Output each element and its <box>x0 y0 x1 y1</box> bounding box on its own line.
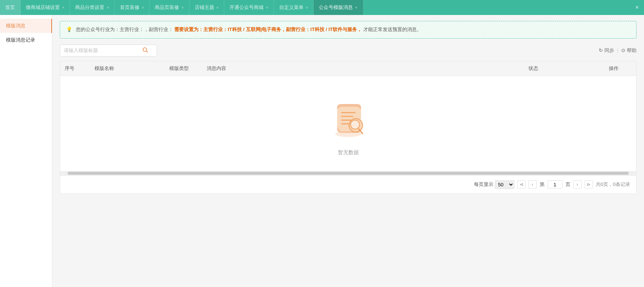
first-page-button[interactable]: ⊲ <box>517 180 526 189</box>
top-nav: 首页 微商城店铺设置 × 商品分类设置 × 首页装修 × 商品页装修 × 店铺主… <box>0 0 644 15</box>
col-header-seq: 序号 <box>60 61 90 76</box>
close-icon[interactable]: × <box>216 5 219 10</box>
tab-home-label: 首页 <box>5 4 15 11</box>
svg-line-1 <box>147 51 148 52</box>
empty-illustration <box>326 98 371 143</box>
close-all-button[interactable]: × <box>630 4 644 11</box>
page-unit: 页 <box>566 181 570 188</box>
close-icon[interactable]: × <box>306 5 308 10</box>
sync-label: 同步 <box>604 47 614 54</box>
col-header-type: 模版类型 <box>165 61 202 76</box>
last-page-button[interactable]: ⊳ <box>585 180 593 189</box>
tab-home-decor[interactable]: 首页装修 × <box>115 0 150 15</box>
tab-store-theme[interactable]: 店铺主题 × <box>189 0 224 15</box>
col-header-content: 消息内容 <box>202 61 524 76</box>
page-label: 第 <box>540 181 545 188</box>
close-icon[interactable]: × <box>62 5 64 10</box>
page-size-select[interactable]: 50 20 100 <box>495 180 514 189</box>
tab-template-msg-label: 公众号模版消息 <box>319 4 353 11</box>
search-input[interactable] <box>64 48 142 53</box>
help-label: 帮助 <box>627 47 637 54</box>
col-header-name: 模版名称 <box>90 61 165 76</box>
help-icon: ⊙ <box>621 48 625 53</box>
current-page-input[interactable] <box>548 180 563 189</box>
bulb-icon: 💡 <box>66 27 72 32</box>
tab-home[interactable]: 首页 <box>0 0 21 15</box>
close-icon[interactable]: × <box>107 5 109 10</box>
sidebar-item-template-record-label: 模版消息记录 <box>6 37 35 43</box>
horizontal-scrollbar[interactable] <box>60 171 636 175</box>
per-page-label: 每页显示 <box>474 181 493 188</box>
tab-custom-menu-label: 自定义菜单 <box>279 4 303 11</box>
info-suffix: 才能正常发送预置的消息。 <box>363 27 422 32</box>
tab-home-decor-label: 首页装修 <box>120 4 139 11</box>
tab-custom-menu[interactable]: 自定义菜单 × <box>274 0 314 15</box>
tab-store-setting-label: 微商城店铺设置 <box>26 4 60 11</box>
next-page-button[interactable]: › <box>573 180 582 189</box>
toolbar-divider: | <box>617 48 618 53</box>
toolbar-right: ↻ 同步 | ⊙ 帮助 <box>599 47 637 54</box>
content-area: 💡 您的公众号行业为：主营行业：，副营行业： 需要设置为：主营行业：IT科技 /… <box>52 15 644 287</box>
info-highlight: 需要设置为：主营行业：IT科技 / 互联网|电子商务，副营行业：IT科技 / I… <box>174 27 362 32</box>
pagination: 每页显示 50 20 100 ⊲ ‹ 第 页 › ⊳ 共0页，0条记录 <box>60 175 636 193</box>
empty-state: 暂无数据 <box>60 76 636 171</box>
close-icon[interactable]: × <box>181 5 184 10</box>
main-layout: 模版消息 模版消息记录 💡 您的公众号行业为：主营行业：，副营行业： 需要设置为… <box>0 15 644 287</box>
sidebar-item-template-message-label: 模版消息 <box>6 23 25 28</box>
sidebar: 模版消息 模版消息记录 <box>0 15 52 287</box>
data-table: 序号 模版名称 模版类型 消息内容 状态 操作 <box>60 61 637 194</box>
tab-product-category[interactable]: 商品分类设置 × <box>70 0 114 15</box>
search-input-wrap[interactable] <box>60 45 157 57</box>
info-prefix: 您的公众号行业为：主营行业：，副营行业： <box>76 27 173 32</box>
close-icon[interactable]: × <box>266 5 268 10</box>
close-icon[interactable]: × <box>142 5 144 10</box>
info-notice: 💡 您的公众号行业为：主营行业：，副营行业： 需要设置为：主营行业：IT科技 /… <box>60 21 637 39</box>
page-size-wrap: 每页显示 50 20 100 <box>474 180 514 189</box>
empty-text: 暂无数据 <box>338 149 359 156</box>
total-records: 共0页，0条记录 <box>596 181 630 188</box>
tab-open-mall-label: 开通公众号商城 <box>229 4 264 11</box>
tab-store-setting[interactable]: 微商城店铺设置 × <box>21 0 70 15</box>
tab-store-theme-label: 店铺主题 <box>195 4 214 11</box>
svg-point-8 <box>351 120 360 129</box>
sidebar-item-template-record[interactable]: 模版消息记录 <box>0 33 52 47</box>
search-icon[interactable] <box>142 47 148 54</box>
prev-page-button[interactable]: ‹ <box>529 180 537 189</box>
tab-template-msg[interactable]: 公众号模版消息 × <box>314 0 363 15</box>
sync-button[interactable]: ↻ 同步 <box>599 47 614 54</box>
tab-product-category-label: 商品分类设置 <box>75 4 104 11</box>
scrollbar-thumb[interactable] <box>68 172 629 175</box>
col-header-status: 状态 <box>524 61 591 76</box>
tab-product-decor-label: 商品页装修 <box>155 4 179 11</box>
close-icon[interactable]: × <box>355 5 357 10</box>
sync-icon: ↻ <box>599 48 603 53</box>
tab-open-mall[interactable]: 开通公众号商城 × <box>224 0 274 15</box>
sidebar-item-template-message[interactable]: 模版消息 <box>0 19 52 33</box>
search-bar: ↻ 同步 | ⊙ 帮助 <box>60 45 637 57</box>
col-header-action: 操作 <box>591 61 636 76</box>
help-button[interactable]: ⊙ 帮助 <box>621 47 637 54</box>
table-header: 序号 模版名称 模版类型 消息内容 状态 操作 <box>60 61 636 76</box>
tab-product-decor[interactable]: 商品页装修 × <box>150 0 189 15</box>
